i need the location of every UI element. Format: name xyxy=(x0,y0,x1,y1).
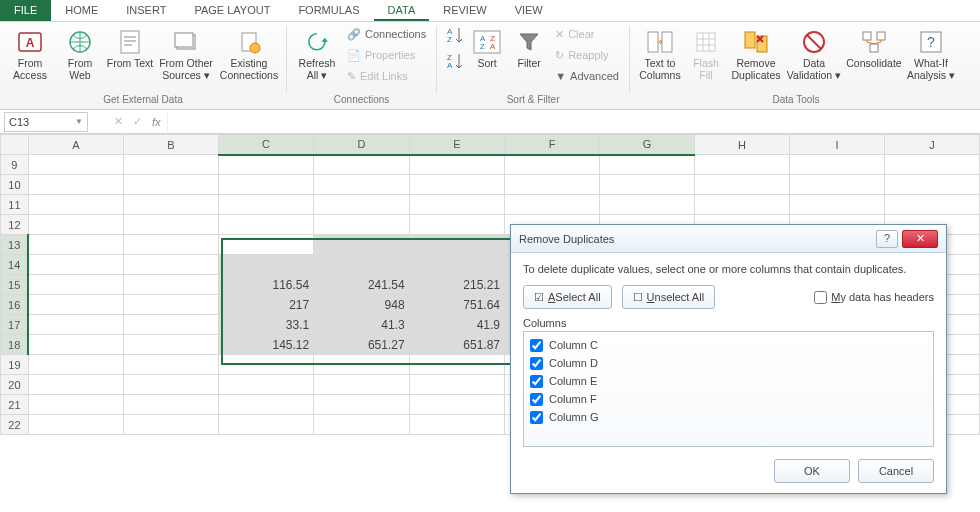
svg-rect-17 xyxy=(648,32,658,52)
ribbon: AFrom Access From Web From Text From Oth… xyxy=(0,22,980,110)
col-header[interactable]: A xyxy=(28,135,123,155)
col-header[interactable]: G xyxy=(600,135,695,155)
row-header[interactable]: 18 xyxy=(1,335,29,355)
row-header[interactable]: 11 xyxy=(1,195,29,215)
unselect-all-icon: ☐ xyxy=(633,291,643,304)
properties-button: 📄Properties xyxy=(343,45,430,65)
column-checkbox[interactable]: Column D xyxy=(530,354,927,372)
tab-formulas[interactable]: FORMULAS xyxy=(284,0,373,21)
sources-icon xyxy=(170,26,202,58)
refresh-icon xyxy=(301,26,333,58)
row-header[interactable]: 9 xyxy=(1,155,29,175)
col-header[interactable]: E xyxy=(409,135,504,155)
flash-fill-icon xyxy=(690,26,722,58)
tab-insert[interactable]: INSERT xyxy=(112,0,180,21)
sort-asc-button[interactable]: AZ xyxy=(443,24,465,46)
row-header[interactable]: 13 xyxy=(1,235,29,255)
tab-page-layout[interactable]: PAGE LAYOUT xyxy=(180,0,284,21)
column-checkbox[interactable]: Column F xyxy=(530,390,927,408)
row-header[interactable]: 19 xyxy=(1,355,29,375)
validation-icon xyxy=(798,26,830,58)
existing-conn-button[interactable]: Existing Connections xyxy=(218,24,280,90)
group-label-tools: Data Tools xyxy=(772,94,819,107)
access-icon: A xyxy=(14,26,46,58)
row-header[interactable]: 20 xyxy=(1,375,29,395)
row-header[interactable]: 21 xyxy=(1,395,29,415)
col-header[interactable]: B xyxy=(123,135,218,155)
from-access-button[interactable]: AFrom Access xyxy=(6,24,54,90)
sort-button[interactable]: AZZASort xyxy=(467,24,507,90)
data-validation-button[interactable]: Data Validation ▾ xyxy=(786,24,842,90)
row-header[interactable]: 22 xyxy=(1,415,29,435)
what-if-button[interactable]: ?What-If Analysis ▾ xyxy=(906,24,956,90)
row-header[interactable]: 17 xyxy=(1,315,29,335)
select-all-icon: ☑ xyxy=(534,291,544,304)
svg-text:Z: Z xyxy=(447,35,452,44)
name-box[interactable]: C13▼ xyxy=(4,112,88,132)
from-other-button[interactable]: From Other Sources ▾ xyxy=(156,24,216,90)
row-header[interactable]: 12 xyxy=(1,215,29,235)
clear-button: ✕Clear xyxy=(551,24,623,44)
columns-label: Columns xyxy=(523,317,934,329)
remove-duplicates-button[interactable]: Remove Duplicates xyxy=(728,24,784,90)
dialog-close-button[interactable]: ✕ xyxy=(902,230,938,248)
row-header[interactable]: 16 xyxy=(1,295,29,315)
what-if-icon: ? xyxy=(915,26,947,58)
connections-button[interactable]: 🔗Connections xyxy=(343,24,430,44)
col-header[interactable]: D xyxy=(314,135,409,155)
reapply-button: ↻Reapply xyxy=(551,45,623,65)
reapply-icon: ↻ xyxy=(555,49,564,62)
group-label-sort: Sort & Filter xyxy=(507,94,560,107)
sort-desc-button[interactable]: ZA xyxy=(443,50,465,72)
filter-icon xyxy=(513,26,545,58)
text-to-columns-button[interactable]: Text to Columns xyxy=(636,24,684,90)
ribbon-tabs: FILE HOME INSERT PAGE LAYOUT FORMULAS DA… xyxy=(0,0,980,22)
svg-rect-12 xyxy=(474,31,500,53)
col-header[interactable]: J xyxy=(884,135,979,155)
select-all-button[interactable]: ☑ASelect AllSelect All xyxy=(523,285,612,309)
properties-icon: 📄 xyxy=(347,49,361,62)
col-header[interactable]: I xyxy=(789,135,884,155)
tab-data[interactable]: DATA xyxy=(374,0,430,21)
svg-text:A: A xyxy=(447,61,453,70)
from-text-button[interactable]: From Text xyxy=(106,24,154,90)
tab-review[interactable]: REVIEW xyxy=(429,0,500,21)
dialog-title: Remove Duplicates xyxy=(519,233,614,245)
tab-home[interactable]: HOME xyxy=(51,0,112,21)
consolidate-icon xyxy=(858,26,890,58)
advanced-button[interactable]: ▼Advanced xyxy=(551,66,623,86)
dialog-help-button[interactable]: ? xyxy=(876,230,898,248)
text-to-columns-icon xyxy=(644,26,676,58)
consolidate-button[interactable]: Consolidate xyxy=(844,24,904,90)
globe-icon xyxy=(64,26,96,58)
fx-icon[interactable]: fx xyxy=(152,116,161,128)
filter-button[interactable]: Filter xyxy=(509,24,549,90)
col-header[interactable]: F xyxy=(505,135,600,155)
ok-button[interactable]: OK xyxy=(774,459,850,483)
row-header[interactable]: 15 xyxy=(1,275,29,295)
svg-rect-18 xyxy=(662,32,672,52)
refresh-all-button[interactable]: Refresh All ▾ xyxy=(293,24,341,90)
connections-icon xyxy=(233,26,265,58)
column-checkbox[interactable]: Column G xyxy=(530,408,927,426)
svg-text:A: A xyxy=(26,36,35,50)
formula-input[interactable] xyxy=(167,112,976,132)
tab-view[interactable]: VIEW xyxy=(501,0,557,21)
col-header[interactable]: H xyxy=(694,135,789,155)
column-checkbox[interactable]: Column E xyxy=(530,372,927,390)
column-checkbox[interactable]: Column C xyxy=(530,336,927,354)
text-file-icon xyxy=(114,26,146,58)
columns-list[interactable]: Column C Column D Column E Column F Colu… xyxy=(523,331,934,447)
unselect-all-button[interactable]: ☐Unselect All xyxy=(622,285,715,309)
cancel-button[interactable]: Cancel xyxy=(858,459,934,483)
row-header[interactable]: 14 xyxy=(1,255,29,275)
svg-point-7 xyxy=(250,43,260,53)
flash-fill-button: Flash Fill xyxy=(686,24,726,90)
group-label-conn: Connections xyxy=(334,94,390,107)
col-header[interactable]: C xyxy=(218,135,313,155)
row-header[interactable]: 10 xyxy=(1,175,29,195)
tab-file[interactable]: FILE xyxy=(0,0,51,21)
headers-checkbox[interactable]: My data has headers xyxy=(814,291,934,304)
svg-rect-3 xyxy=(121,31,139,53)
from-web-button[interactable]: From Web xyxy=(56,24,104,90)
